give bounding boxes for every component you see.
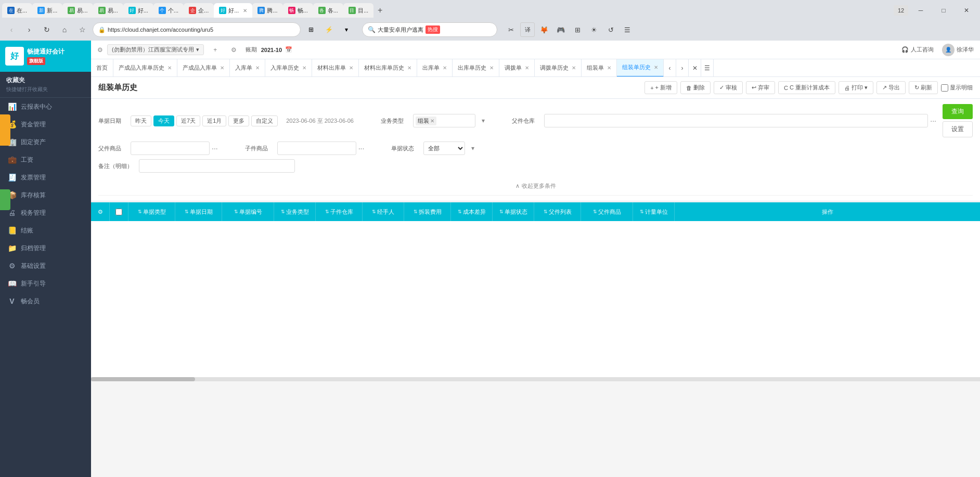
tab-close-current[interactable]: ✕ [689, 59, 701, 77]
th-unit[interactable]: ⇅ 计量单位 [633, 202, 675, 221]
browser-tab-3[interactable]: 易 易... [62, 3, 93, 18]
scrollbar-thumb[interactable] [91, 377, 195, 381]
yesterday-btn[interactable]: 昨天 [131, 115, 151, 126]
close-button[interactable]: ✕ [955, 3, 978, 18]
tab-menu[interactable]: ☰ [701, 59, 714, 77]
close-finished-history[interactable]: ✕ [167, 65, 172, 71]
parent-item-dots[interactable]: ··· [212, 144, 218, 152]
th-handler[interactable]: ⇅ 经手人 [363, 202, 404, 221]
close-outbound[interactable]: ✕ [443, 65, 447, 71]
refresh-browser-button[interactable]: ↻ [40, 22, 54, 37]
parent-warehouse-dots[interactable]: ··· [930, 117, 936, 125]
browser-tab-4[interactable]: 易 易... [93, 3, 123, 18]
1month-btn[interactable]: 近1月 [202, 115, 226, 126]
page-tab-material-out-history[interactable]: 材料出库单历史 ✕ [359, 59, 417, 77]
sidebar-item-member[interactable]: V 畅会员 [0, 292, 91, 310]
th-costdiff[interactable]: ⇅ 成本差异 [451, 202, 493, 221]
menu-icon[interactable]: ☰ [620, 22, 635, 37]
export-button[interactable]: ↗ 导出 [876, 81, 906, 94]
child-item-dots[interactable]: ··· [358, 144, 365, 152]
print-button[interactable]: 🖨 打印 ▾ [839, 81, 873, 94]
left-edge-icon-2[interactable] [0, 189, 10, 210]
tab-scroll-right[interactable]: › [676, 59, 689, 77]
close-transfer[interactable]: ✕ [525, 65, 529, 71]
parent-item-input[interactable] [131, 141, 210, 155]
page-tab-transfer-history[interactable]: 调拨单历史 ✕ [535, 59, 582, 77]
tab-close-8[interactable]: ✕ [243, 8, 247, 14]
sidebar-item-guide[interactable]: 📖 新手引导 [0, 275, 91, 292]
close-outbound-history[interactable]: ✕ [489, 65, 494, 71]
page-tab-finished-history[interactable]: 产成品入库单历史 ✕ [113, 59, 177, 77]
biz-type-tag-close[interactable]: ✕ [430, 118, 434, 124]
display-toggle[interactable]: 显示明细 [941, 84, 973, 92]
browser-tab-5[interactable]: 好 好... [123, 3, 153, 18]
close-finished[interactable]: ✕ [220, 65, 224, 71]
sidebar-item-closing[interactable]: 📒 结账 [0, 222, 91, 239]
sidebar-item-settings[interactable]: ⚙ 基础设置 [0, 257, 91, 275]
maximize-button[interactable]: □ [932, 3, 955, 18]
translate-icon[interactable]: 译 [520, 22, 535, 37]
query-button[interactable]: 查询 [943, 104, 973, 119]
page-tab-assembly-history[interactable]: 组装单历史 ✕ [617, 59, 664, 77]
page-tab-home[interactable]: 首页 [91, 59, 113, 77]
page-tab-inbound[interactable]: 入库单 ✕ [230, 59, 265, 77]
abandon-button[interactable]: ↩ 弃审 [746, 81, 775, 94]
th-date[interactable]: ⇅ 单据日期 [175, 202, 222, 221]
close-assembly-history[interactable]: ✕ [654, 65, 658, 70]
display-toggle-checkbox[interactable] [941, 84, 948, 92]
browser-tab-10[interactable]: 畅 畅... [283, 3, 313, 18]
audit-button[interactable]: ✓ 审核 [714, 81, 743, 94]
add-button[interactable]: + + 新增 [644, 81, 677, 94]
period-selector[interactable]: 账期 2021-10 📅 [246, 46, 292, 54]
page-tab-assembly[interactable]: 组装单 ✕ [582, 59, 617, 77]
sidebar-item-cloud-report[interactable]: 📊 云报表中心 [0, 98, 91, 115]
emoji-icon[interactable]: 🦊 [537, 22, 551, 37]
parent-warehouse-input[interactable] [544, 114, 928, 127]
th-biztype[interactable]: ⇅ 业务类型 [274, 202, 316, 221]
browser-tab-7[interactable]: 企 企... [184, 3, 214, 18]
remark-input[interactable] [139, 159, 295, 173]
close-assembly[interactable]: ✕ [607, 65, 611, 71]
th-parentitem[interactable]: ⇅ 父件商品 [581, 202, 633, 221]
select-all-checkbox[interactable] [115, 209, 122, 215]
new-tab-button[interactable]: + [373, 6, 386, 15]
page-tab-finished[interactable]: 产成品入库单 ✕ [177, 59, 230, 77]
th-checkbox[interactable] [110, 202, 128, 221]
back-button[interactable]: ‹ [4, 22, 19, 37]
doc-status-select[interactable]: 全部 已审核 未审核 [423, 141, 465, 155]
sidebar-item-archive[interactable]: 📁 归档管理 [0, 239, 91, 257]
page-tab-outbound-history[interactable]: 出库单历史 ✕ [453, 59, 499, 77]
scissors-icon[interactable]: ✂ [504, 22, 518, 37]
close-material-out[interactable]: ✕ [349, 65, 353, 71]
address-bar[interactable]: 🔒 https://cloud.chanjet.com/accounting/u… [93, 22, 301, 37]
settings-gear-button[interactable]: ⚙ [227, 43, 241, 57]
close-material-out-history[interactable]: ✕ [407, 65, 411, 71]
search-bar[interactable]: 🔍 大量安卓用户逃离 热搜 [362, 22, 497, 37]
home-button[interactable]: ⌂ [57, 22, 72, 37]
filter-settings-button[interactable]: 设置 [943, 121, 973, 137]
tab-scroll-left[interactable]: ‹ [664, 59, 676, 77]
th-docstatus[interactable]: ⇅ 单据状态 [493, 202, 534, 221]
sidebar-item-salary[interactable]: 💼 工资 [0, 151, 91, 169]
7days-btn[interactable]: 近7天 [176, 115, 200, 126]
bookmark-button[interactable]: ☆ [75, 22, 89, 37]
browser-tab-12[interactable]: 目 目... [343, 3, 373, 18]
sidebar-item-inventory[interactable]: 📦 库存核算 [0, 186, 91, 204]
qr-code-button[interactable]: ⊞ [304, 22, 318, 37]
page-tab-outbound[interactable]: 出库单 ✕ [417, 59, 453, 77]
page-tab-transfer[interactable]: 调拨单 ✕ [499, 59, 535, 77]
delete-button[interactable]: 🗑 删除 [680, 81, 711, 94]
th-subwarehouse[interactable]: ⇅ 子件仓库 [316, 202, 363, 221]
forward-button[interactable]: › [22, 22, 36, 37]
sidebar-item-tax[interactable]: 🖨 税务管理 [0, 204, 91, 222]
page-tab-inbound-history[interactable]: 入库单历史 ✕ [265, 59, 312, 77]
company-selector[interactable]: (勿删勿禁用）江西服宝测试专用 ▾ [107, 44, 204, 55]
collapse-button[interactable]: ∧ 收起更多条件 [515, 180, 556, 192]
recalculate-button[interactable]: C C 重新计算成本 [778, 81, 835, 94]
more-date-btn[interactable]: 更多 [228, 115, 249, 126]
th-parentlist[interactable]: ⇅ 父件列表 [534, 202, 581, 221]
minimize-button[interactable]: ─ [909, 3, 932, 18]
sidebar-item-invoice[interactable]: 🧾 发票管理 [0, 169, 91, 186]
left-edge-icon-1[interactable] [0, 114, 10, 146]
custom-date-btn[interactable]: 自定义 [251, 115, 278, 126]
